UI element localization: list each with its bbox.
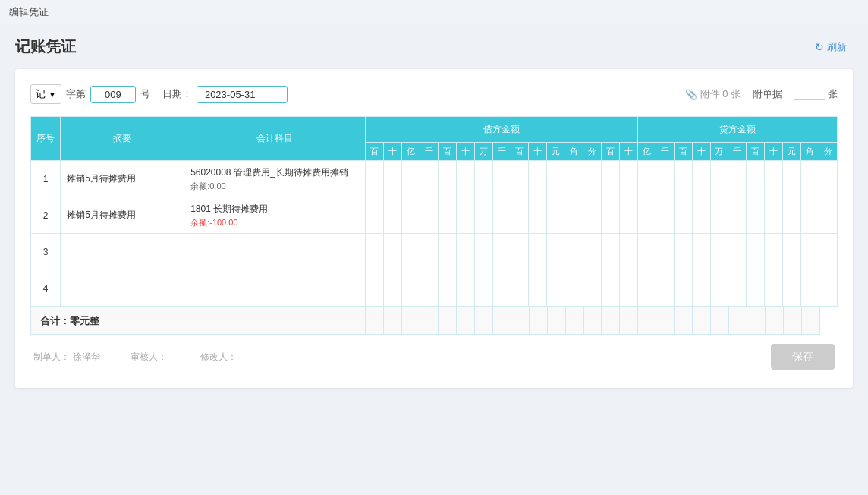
row-2-amount-24[interactable] [801,197,819,234]
row-3-amount-15[interactable] [637,234,656,270]
row-3-amount-0[interactable] [366,234,384,270]
row-2-amount-12[interactable] [583,197,602,234]
row-2-amount-0[interactable] [366,197,384,234]
row-2-amount-1[interactable] [384,197,402,234]
row-3-summary[interactable] [61,234,184,270]
row-1-amount-22[interactable] [765,161,783,197]
row-2-amount-20[interactable] [728,197,747,234]
row-3-amount-25[interactable] [819,234,837,270]
row-4-amount-15[interactable] [637,270,656,307]
row-4-amount-10[interactable] [547,270,565,307]
row-3-amount-2[interactable] [402,234,420,270]
row-4-amount-6[interactable] [474,270,492,307]
row-1-amount-3[interactable] [420,161,438,197]
row-3-account[interactable] [184,234,366,270]
row-2-summary[interactable]: 摊销5月待摊费用 [61,197,184,234]
row-1-amount-18[interactable] [692,161,710,197]
row-3-amount-9[interactable] [529,234,547,270]
row-2-amount-19[interactable] [710,197,728,234]
row-3-amount-20[interactable] [728,234,747,270]
row-1-amount-12[interactable] [583,161,602,197]
row-4-amount-2[interactable] [402,270,420,307]
row-1-amount-20[interactable] [728,161,747,197]
row-3-amount-12[interactable] [583,234,602,270]
row-3-amount-10[interactable] [547,234,565,270]
save-button[interactable]: 保存 [771,344,835,370]
row-1-amount-8[interactable] [511,161,529,197]
row-1-summary[interactable]: 摊销5月待摊费用 [61,161,184,197]
row-2-amount-22[interactable] [765,197,783,234]
row-1-amount-6[interactable] [474,161,492,197]
row-3-amount-17[interactable] [674,234,692,270]
refresh-button[interactable]: ↻ 刷新 [809,37,853,57]
date-input[interactable] [197,86,288,103]
row-2-amount-14[interactable] [619,197,637,234]
row-4-amount-7[interactable] [492,270,511,307]
row-1-amount-15[interactable] [637,161,656,197]
row-4-amount-16[interactable] [656,270,674,307]
row-4-amount-9[interactable] [529,270,547,307]
row-1-amount-2[interactable] [402,161,420,197]
row-4-amount-4[interactable] [438,270,456,307]
row-3-amount-22[interactable] [765,234,783,270]
row-2-amount-5[interactable] [456,197,474,234]
row-1-amount-25[interactable] [819,161,837,197]
row-2-amount-25[interactable] [819,197,837,234]
row-2-amount-15[interactable] [637,197,656,234]
attachment-link[interactable]: 📎 附件 0 张 [685,87,741,101]
row-2-amount-10[interactable] [547,197,565,234]
row-3-amount-13[interactable] [602,234,620,270]
row-4-account[interactable] [184,270,366,307]
row-1-amount-13[interactable] [602,161,620,197]
row-4-amount-25[interactable] [819,270,837,307]
row-3-amount-8[interactable] [511,234,529,270]
row-2-amount-18[interactable] [692,197,710,234]
row-1-amount-19[interactable] [710,161,728,197]
row-1-amount-4[interactable] [438,161,456,197]
row-2-amount-13[interactable] [602,197,620,234]
row-3-amount-7[interactable] [492,234,511,270]
row-3-amount-4[interactable] [438,234,456,270]
row-2-amount-8[interactable] [511,197,529,234]
row-2-amount-6[interactable] [474,197,492,234]
row-4-amount-20[interactable] [728,270,747,307]
row-2-amount-17[interactable] [674,197,692,234]
row-2-amount-23[interactable] [783,197,801,234]
row-4-amount-3[interactable] [420,270,438,307]
row-1-amount-23[interactable] [783,161,801,197]
row-2-account[interactable]: 1801 长期待摊费用余额:-100.00 [184,197,366,234]
row-2-amount-2[interactable] [402,197,420,234]
row-4-amount-14[interactable] [619,270,637,307]
row-4-amount-5[interactable] [456,270,474,307]
row-3-amount-23[interactable] [783,234,801,270]
row-3-amount-24[interactable] [801,234,819,270]
row-1-amount-17[interactable] [674,161,692,197]
row-4-amount-1[interactable] [384,270,402,307]
row-3-amount-3[interactable] [420,234,438,270]
row-4-amount-22[interactable] [765,270,783,307]
row-4-amount-19[interactable] [710,270,728,307]
row-4-amount-17[interactable] [674,270,692,307]
row-1-amount-10[interactable] [547,161,565,197]
row-2-amount-4[interactable] [438,197,456,234]
row-1-amount-0[interactable] [366,161,384,197]
row-2-amount-16[interactable] [656,197,674,234]
row-4-summary[interactable] [61,270,184,307]
voucher-type-select[interactable]: 记 ▼ [30,84,61,104]
row-2-amount-11[interactable] [565,197,583,234]
row-4-amount-12[interactable] [583,270,602,307]
fudanju-button[interactable]: 附单据 [753,87,782,101]
row-3-amount-21[interactable] [747,234,765,270]
row-1-amount-5[interactable] [456,161,474,197]
row-3-amount-5[interactable] [456,234,474,270]
row-3-amount-6[interactable] [474,234,492,270]
row-3-amount-18[interactable] [692,234,710,270]
row-4-amount-0[interactable] [366,270,384,307]
row-1-amount-7[interactable] [492,161,511,197]
row-1-amount-1[interactable] [384,161,402,197]
voucher-number-input[interactable] [90,86,136,103]
row-1-amount-21[interactable] [747,161,765,197]
row-2-amount-7[interactable] [492,197,511,234]
row-4-amount-18[interactable] [692,270,710,307]
row-1-amount-24[interactable] [801,161,819,197]
